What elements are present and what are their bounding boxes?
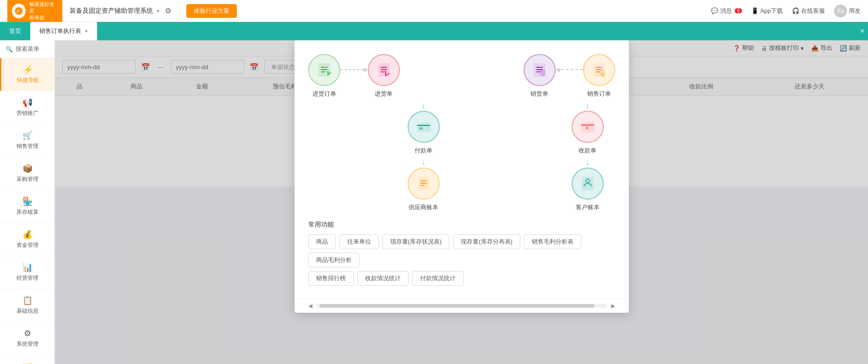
scroll-track	[316, 304, 607, 308]
window-close-icon[interactable]: ×	[860, 27, 864, 35]
online-service-item[interactable]: 🎧 在线客服	[792, 7, 825, 15]
avatar: Ea	[834, 5, 847, 17]
basic-icon: 📋	[22, 295, 33, 305]
supplier-ledger-node[interactable]	[408, 168, 440, 200]
func-btn-product-gross[interactable]: 商品毛利分析	[308, 253, 360, 267]
scroll-area: ◀ ▶	[295, 299, 629, 313]
system-title-text: 装备及固定资产辅助管理系统	[70, 7, 153, 15]
tab-close-icon[interactable]: ×	[85, 28, 88, 34]
sales-bill-node[interactable]	[524, 54, 556, 86]
svg-text:¥: ¥	[420, 127, 422, 130]
trial-button[interactable]: 体验行业方案	[186, 4, 237, 18]
headset-icon: 🎧	[792, 7, 799, 14]
user-item[interactable]: Ea 用友	[834, 5, 861, 17]
logo-text: 畅康通好生意 标准版	[29, 1, 58, 21]
phone-icon: 📱	[751, 7, 759, 14]
sidebar-item-inventory[interactable]: 🏪 库存核算	[0, 190, 55, 223]
sidebar-item-enterprise[interactable]: 🤝 企业协同	[0, 355, 55, 364]
header-right: 💬 消息 6 📱 App下载 🎧 在线客服 Ea 用友	[711, 5, 861, 17]
sales-order-col: $ 销售订单	[583, 54, 615, 98]
purchase-bill-label: 进货单	[375, 90, 393, 98]
quick-nav-modal: 进货订单 ▶	[295, 40, 629, 313]
svg-rect-21	[417, 123, 430, 131]
sales-down-arrow: ↓	[585, 100, 590, 111]
message-icon: 💬	[711, 7, 718, 14]
func-buttons-row2: 销售排行榜 收款情况统计 付款情况统计	[308, 271, 615, 286]
quick-nav-icon: ⚡	[23, 65, 33, 75]
scroll-left-arrow[interactable]: ◀	[308, 303, 312, 309]
content-area: ❓ 帮助 🖨 按模板打印 ▾ 📤 导出 🔄 刷新	[55, 40, 868, 364]
sidebar-item-basic[interactable]: 📋 基础信息	[0, 289, 55, 322]
payment-node[interactable]: ¥	[408, 111, 440, 143]
tab-home[interactable]: 首页	[0, 22, 30, 40]
logo-area: 好 畅康通好生意 标准版	[7, 0, 62, 22]
func-btn-receipt-stats[interactable]: 收款情况统计	[357, 271, 409, 286]
top-header: 好 畅康通好生意 标准版 装备及固定资产辅助管理系统 ▾ ⚙ 体验行业方案 💬 …	[0, 0, 868, 22]
svg-text:好: 好	[16, 9, 20, 13]
svg-rect-14	[540, 70, 545, 76]
sidebar-item-marketing[interactable]: 📢 营销推广	[0, 91, 55, 124]
system-title-area: 装备及固定资产辅助管理系统 ▾ ⚙	[62, 6, 186, 15]
payment-label: 付款单	[415, 147, 432, 155]
system-dropdown-icon[interactable]: ▾	[157, 8, 159, 14]
supplier-ledger-label: 供应商账本	[409, 203, 438, 212]
svg-text:$: $	[601, 72, 604, 76]
func-btn-partner[interactable]: 往来单位	[339, 234, 379, 249]
sales-bill-label: 销货单	[530, 90, 548, 98]
scroll-right-arrow[interactable]: ▶	[611, 303, 615, 309]
scroll-controls: ◀ ▶	[308, 303, 615, 309]
receipt-node[interactable]: ¥	[572, 111, 604, 143]
sidebar-item-business[interactable]: 📊 经营管理	[0, 256, 55, 289]
purchase-bill-col: 进货单	[368, 54, 400, 98]
receipt-down-arrow2: ↓	[585, 157, 590, 168]
inventory-icon: 🏪	[22, 196, 33, 206]
sidebar: 🔍 搜索菜单 ⚡ 快捷导航 📢 营销推广 🛒 销售管理 📦 采购管理 🏪 库存核…	[0, 40, 55, 364]
purchase-order-label: 进货订单	[312, 90, 336, 98]
sidebar-item-quick-nav[interactable]: ⚡ 快捷导航	[0, 58, 55, 91]
business-icon: 📊	[22, 262, 33, 272]
sales-order-label: 销售订单	[587, 90, 611, 98]
finance-icon: 💰	[22, 229, 33, 239]
svg-text:¥: ¥	[585, 125, 589, 130]
func-btn-stock-dist[interactable]: 现存量(库存分布表)	[453, 234, 520, 249]
receipt-label: 收款单	[579, 147, 596, 155]
sales-icon: 🛒	[22, 130, 33, 141]
tab-bar: 首页 销售订单执行表 × ×	[0, 22, 868, 40]
payment-down-arrow2: ↓	[421, 157, 426, 168]
func-btn-sales-gross[interactable]: 销售毛利分析表	[524, 234, 581, 249]
sidebar-item-sales[interactable]: 🛒 销售管理	[0, 124, 55, 157]
func-btn-stock-status[interactable]: 现存量(库存状况表)	[382, 234, 450, 249]
sidebar-item-system[interactable]: ⚙ 系统管理	[0, 322, 55, 355]
purchase-bill-node[interactable]	[368, 54, 400, 86]
main-layout: 🔍 搜索菜单 ⚡ 快捷导航 📢 营销推广 🛒 销售管理 📦 采购管理 🏪 库存核…	[0, 40, 868, 364]
purchase-order-col: 进货订单	[308, 54, 340, 98]
func-btn-sales-rank[interactable]: 销售排行榜	[308, 271, 354, 286]
customer-ledger-label: 客户账本	[576, 203, 600, 212]
common-functions-section: 常用功能 商品 往来单位 现存量(库存状况表) 现存量(库存分布表) 销售毛利分…	[295, 221, 629, 299]
marketing-icon: 📢	[22, 98, 33, 108]
func-btn-payment-stats[interactable]: 付款情况统计	[412, 271, 464, 286]
message-badge: 6	[735, 8, 742, 13]
app-download-item[interactable]: 📱 App下载	[751, 7, 783, 15]
purchase-order-node[interactable]	[308, 54, 340, 86]
purchase-icon: 📦	[22, 163, 33, 174]
sales-order-node[interactable]: $	[583, 54, 615, 86]
customer-ledger-node[interactable]	[572, 168, 604, 200]
modal-overlay: 进货订单 ▶	[55, 40, 868, 364]
search-icon: 🔍	[5, 46, 13, 53]
common-func-title: 常用功能	[308, 221, 615, 229]
func-btn-product[interactable]: 商品	[308, 234, 336, 249]
sales-bill-col: 销货单	[524, 54, 556, 98]
func-buttons-row1: 商品 往来单位 现存量(库存状况表) 现存量(库存分布表) 销售毛利分析表 商品…	[308, 234, 615, 267]
sidebar-item-finance[interactable]: 💰 资金管理	[0, 223, 55, 256]
search-menu[interactable]: 🔍 搜索菜单	[0, 40, 55, 58]
settings-icon[interactable]: ⚙	[165, 6, 171, 15]
enterprise-icon: 🤝	[22, 361, 33, 364]
flow-section: 进货订单 ▶	[295, 40, 629, 221]
tab-sales-order[interactable]: 销售订单执行表 ×	[30, 22, 97, 40]
scroll-thumb[interactable]	[320, 304, 595, 308]
logo-icon: 好	[12, 4, 26, 18]
sidebar-item-purchase[interactable]: 📦 采购管理	[0, 157, 55, 190]
system-icon: ⚙	[24, 328, 31, 338]
message-item[interactable]: 💬 消息 6	[711, 7, 742, 15]
